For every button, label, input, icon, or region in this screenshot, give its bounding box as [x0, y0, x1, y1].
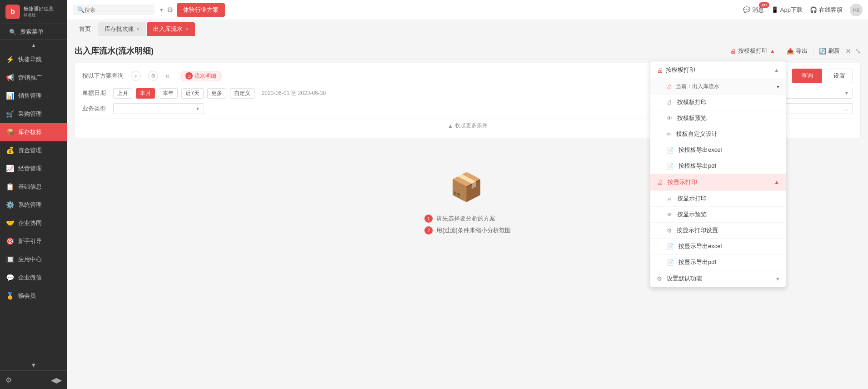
dropdown-header-arrow[interactable]: ▲: [773, 67, 779, 74]
tab-inventory-batch[interactable]: 库存批次账 ×: [98, 22, 146, 36]
sidebar-item-label: 企业协同: [18, 219, 42, 227]
template-export-excel-item[interactable]: 📄 按模板导出excel: [650, 142, 786, 158]
biz-type-select[interactable]: ▾: [113, 103, 204, 114]
setting-button[interactable]: 设置: [826, 69, 853, 83]
sidebar-item-label: 经营管理: [18, 165, 42, 173]
sidebar-item-apps[interactable]: 🔲 应用中心: [0, 250, 67, 269]
date-btn-this-year[interactable]: 本年: [159, 88, 178, 99]
divider-1: [781, 47, 781, 55]
sidebar-item-label: 基础信息: [18, 183, 42, 191]
search-icon: 🔍: [9, 29, 16, 35]
message-icon: 💬: [743, 6, 750, 13]
date-range: 2023-06-01 至 2023-06-30: [262, 90, 326, 97]
sidebar-item-label: 采购管理: [18, 110, 42, 118]
sidebar-item-quick-nav[interactable]: ⚡ 快捷导航: [0, 50, 67, 69]
sidebar-item-label: 库存核算: [18, 128, 42, 136]
date-btn-last7[interactable]: 近7天: [181, 88, 204, 99]
display-print-section-label: 按显示打印: [668, 178, 697, 186]
date-btn-last-month[interactable]: 上月: [113, 88, 132, 99]
sidebar-item-basic[interactable]: 📋 基础信息: [0, 178, 67, 196]
industry-plan-button[interactable]: 体验行业方案: [177, 3, 225, 17]
close-panel-button[interactable]: ✕: [845, 47, 851, 55]
sidebar-item-guide[interactable]: 🎯 新手引导: [0, 232, 67, 250]
topbar-right-actions: 💬 消息 99+ 📱 App下载 🎧 在线客服 Rit: [743, 4, 863, 16]
display-export-pdf-item[interactable]: 📄 按显示导出pdf: [650, 254, 786, 270]
template-export-pdf-item[interactable]: 📄 按模板导出pdf: [650, 158, 786, 174]
tab-home[interactable]: 首页: [73, 22, 97, 36]
topbar-search-input[interactable]: [85, 7, 130, 13]
sidebar-item-operations[interactable]: 📈 经营管理: [0, 160, 67, 178]
sidebar-search-item[interactable]: 🔍 搜索菜单: [0, 24, 67, 40]
date-btn-more[interactable]: 更多: [207, 88, 226, 99]
message-badge: 99+: [759, 2, 769, 8]
sidebar-item-inventory[interactable]: 📦 库存核算: [0, 123, 67, 141]
dropdown-footer[interactable]: ⚙ 设置默认功能 ▾: [650, 270, 786, 287]
topbar-search-box[interactable]: 🔍: [73, 5, 155, 15]
logo-text-block: 畅捷通好生意 标准版: [24, 5, 54, 18]
sidebar-scroll-down[interactable]: ▼: [0, 360, 67, 371]
sidebar-item-label: 畅会员: [18, 292, 36, 300]
display-print-section-header[interactable]: 🖨 按显示打印 ▲: [650, 174, 786, 191]
tab-inout-flow[interactable]: 出入库流水 ×: [147, 22, 195, 36]
dropdown-header-icon: 🖨: [657, 66, 663, 74]
toggle-sidebar-icon[interactable]: ◀▶: [51, 376, 62, 384]
sidebar-logo: b 畅捷通好生意 标准版: [0, 0, 67, 24]
template-print-item[interactable]: 🖨 按模板打印: [650, 95, 786, 110]
operations-icon: 📈: [5, 164, 15, 173]
sidebar-item-cooperation[interactable]: 🤝 企业协同: [0, 214, 67, 232]
empty-box-icon: 📦: [449, 172, 484, 202]
sidebar-item-label: 新手引导: [18, 237, 42, 245]
filter-add-button[interactable]: +: [131, 71, 141, 81]
message-button[interactable]: 💬 消息 99+: [743, 6, 764, 14]
sidebar-item-system[interactable]: ⚙️ 系统管理: [0, 196, 67, 214]
display-print-settings-item[interactable]: ⚙ 按显示打印设置: [650, 223, 786, 239]
flow-detail-tag[interactable]: ⊙ 流水明细: [180, 71, 221, 81]
window-controls: ✕ ⤡: [845, 47, 861, 55]
date-btn-this-month[interactable]: 本月: [136, 88, 155, 99]
warehouse-more-dots[interactable]: ...: [843, 105, 848, 112]
template-customize-item[interactable]: ✏ 模板自定义设计: [650, 126, 786, 142]
sidebar-item-wechat[interactable]: 💬 企业微信: [0, 269, 67, 287]
sidebar-item-sales[interactable]: 📊 销售管理: [0, 87, 67, 105]
tag-icon: ⊙: [185, 72, 193, 80]
display-print-settings-label: 按显示打印设置: [677, 226, 718, 234]
template-preview-label: 按模板预览: [677, 114, 707, 122]
display-preview-item[interactable]: 👁 按显示预览: [650, 207, 786, 223]
sidebar-item-member[interactable]: 🏅 畅会员: [0, 287, 67, 305]
apps-icon: 🔲: [5, 255, 15, 264]
export-button[interactable]: 📤 导出: [787, 47, 808, 55]
app-download-button[interactable]: 📱 App下载: [771, 6, 803, 14]
empty-step-2: 2 用[过滤]条件来缩小分析范围: [424, 226, 510, 234]
refresh-button[interactable]: 🔄 刷新: [819, 47, 840, 55]
online-service-label: 在线客服: [819, 6, 843, 14]
logo-name: 畅捷通好生意: [24, 5, 54, 12]
topbar-search-dropdown-icon[interactable]: ▾: [160, 6, 163, 13]
sidebar-item-finance[interactable]: 💰 资金管理: [0, 141, 67, 160]
collapse-up-icon: ▲: [448, 123, 453, 129]
sidebar-scroll-up[interactable]: ▲: [0, 40, 67, 50]
sidebar-item-marketing[interactable]: 📢 营销推广: [0, 69, 67, 87]
query-button[interactable]: 查询: [792, 69, 822, 83]
filter-gear-button[interactable]: ⚙: [148, 71, 158, 81]
settings-icon[interactable]: ⚙: [5, 376, 12, 384]
user-avatar[interactable]: Rit: [850, 4, 863, 16]
tab-inventory-batch-close[interactable]: ×: [137, 26, 140, 32]
quick-nav-icon: ⚡: [5, 55, 15, 64]
display-export-excel-item[interactable]: 📄 按显示导出excel: [650, 239, 786, 254]
content-area: 出入库流水(流水明细) 🖨 按模板打印 ▲ 📤 导出 🔄 刷新: [67, 38, 868, 389]
date-btn-custom[interactable]: 自定义: [230, 88, 254, 99]
headphone-icon: 🎧: [810, 6, 817, 13]
tab-inventory-batch-label: 库存批次账: [105, 25, 134, 33]
sidebar-item-label: 快捷导航: [18, 55, 42, 64]
dropdown-current-template[interactable]: 🖨 当前：出入库流水 ▾: [650, 79, 786, 95]
template-print-button[interactable]: 🖨 按模板打印 ▲: [730, 47, 775, 55]
template-preview-item[interactable]: 👁 按模板预览: [650, 110, 786, 126]
sidebar-search-label: 搜索菜单: [20, 28, 44, 36]
expand-panel-button[interactable]: ⤡: [855, 47, 861, 55]
filter-collapse-icon[interactable]: «: [165, 72, 170, 80]
online-service-button[interactable]: 🎧 在线客服: [810, 6, 843, 14]
display-print-item[interactable]: 🖨 按显示打印: [650, 191, 786, 207]
tab-inout-flow-close[interactable]: ×: [185, 26, 188, 32]
topbar-settings-icon[interactable]: ⚙: [167, 5, 173, 14]
sidebar-item-purchase[interactable]: 🛒 采购管理: [0, 105, 67, 123]
